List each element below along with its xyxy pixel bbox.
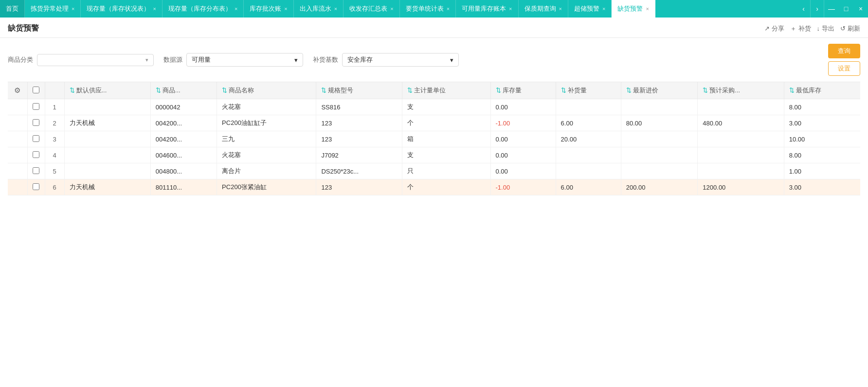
- th-gear[interactable]: ⚙: [8, 82, 27, 99]
- td-row-num-2: 3: [45, 131, 64, 147]
- td-spec-1: 123: [316, 115, 402, 131]
- tab-label-0: 首页: [6, 4, 18, 13]
- tab-item-8[interactable]: 可用量库存账本 ×: [456, 0, 518, 18]
- tab-item-11[interactable]: 缺货预警 ×: [612, 0, 655, 18]
- row-checkbox-5[interactable]: [33, 183, 39, 190]
- category-dropdown-icon: ▾: [145, 57, 148, 63]
- td-gear-2: [8, 131, 27, 147]
- td-est-purchase-2: [698, 131, 784, 147]
- tab-label-3: 现存量（库存分布表）: [168, 4, 232, 13]
- tab-item-9[interactable]: 保质期查询 ×: [519, 0, 568, 18]
- tab-minimize-btn[interactable]: —: [824, 0, 839, 18]
- tab-close-btn-7[interactable]: ×: [447, 6, 450, 12]
- td-checkbox-0[interactable]: [27, 99, 45, 115]
- replenish-base-dropdown-icon: ▾: [450, 56, 453, 64]
- row-checkbox-2[interactable]: [33, 135, 39, 142]
- td-est-purchase-0: [698, 99, 784, 115]
- tab-close-btn-8[interactable]: ×: [509, 6, 512, 12]
- refresh-button[interactable]: ↺ 刷新: [840, 24, 860, 33]
- td-min-stock-1: 3.00: [784, 115, 860, 131]
- tab-label-10: 超储预警: [574, 4, 599, 13]
- query-button[interactable]: 查询: [828, 44, 860, 58]
- tab-close-btn-2[interactable]: ×: [153, 6, 156, 12]
- export-icon: ↓: [817, 25, 820, 32]
- td-replenish-qty-0: [556, 99, 621, 115]
- td-supplier-1: 力天机械: [64, 115, 150, 131]
- gear-icon[interactable]: ⚙: [14, 86, 20, 94]
- page-title: 缺货预警: [8, 23, 764, 34]
- td-stock-1: -1.00: [490, 115, 556, 131]
- settings-button[interactable]: 设置: [828, 61, 860, 76]
- tab-restore-btn[interactable]: □: [839, 0, 853, 18]
- tab-item-2[interactable]: 现存量（库存状况表） ×: [81, 0, 162, 18]
- table-header-row: ⚙ ⇅默认供应... ⇅商品... ⇅商品名称: [8, 82, 860, 99]
- th-checkbox[interactable]: [27, 82, 45, 99]
- td-gear-1: [8, 115, 27, 131]
- tab-close-btn-10[interactable]: ×: [602, 6, 605, 12]
- tab-close-btn-5[interactable]: ×: [334, 6, 337, 12]
- tab-label-2: 现存量（库存状况表）: [87, 4, 150, 13]
- tab-next-btn[interactable]: ›: [811, 0, 824, 18]
- row-checkbox-4[interactable]: [33, 167, 39, 174]
- category-filter: 商品分类 ▾: [8, 54, 154, 66]
- tab-item-10[interactable]: 超储预警 ×: [568, 0, 612, 18]
- replenish-base-select[interactable]: 安全库存 ▾: [342, 53, 459, 67]
- td-checkbox-2[interactable]: [27, 131, 45, 147]
- tab-prev-btn[interactable]: ‹: [797, 0, 811, 18]
- td-latest-price-1: 80.00: [621, 115, 698, 131]
- tab-label-6: 收发存汇总表: [349, 4, 387, 13]
- td-gear-0: [8, 99, 27, 115]
- td-product-code-2: 004200...: [150, 131, 217, 147]
- replenish-button[interactable]: ＋ 补货: [790, 24, 811, 33]
- select-all-checkbox[interactable]: [33, 87, 39, 93]
- tab-item-4[interactable]: 库存批次账 ×: [244, 0, 293, 18]
- tab-close-btn-11[interactable]: ×: [646, 6, 649, 12]
- td-gear-5: [8, 179, 27, 195]
- td-replenish-qty-5: 6.00: [556, 179, 621, 195]
- td-stock-5: -1.00: [490, 179, 556, 195]
- table-row: 2力天机械004200...PC200油缸缸子123个-1.006.0080.0…: [8, 115, 860, 131]
- datasource-select[interactable]: 可用量 ▾: [186, 53, 303, 67]
- tab-close-btn-3[interactable]: ×: [235, 6, 237, 12]
- tab-close-btn-1[interactable]: ×: [72, 6, 74, 12]
- category-select[interactable]: ▾: [37, 54, 154, 66]
- replenish-base-label: 补货基数: [313, 55, 338, 64]
- th-stock: ⇅库存量: [490, 82, 556, 99]
- table-row: 3004200...三九123箱0.0020.0010.00: [8, 131, 860, 147]
- td-stock-4: 0.00: [490, 163, 556, 179]
- td-gear-4: [8, 163, 27, 179]
- table-row: 6力天机械801110...PC200张紧油缸123个-1.006.00200.…: [8, 179, 860, 195]
- td-checkbox-1[interactable]: [27, 115, 45, 131]
- td-replenish-qty-1: 6.00: [556, 115, 621, 131]
- td-product-name-4: 离合片: [217, 163, 316, 179]
- replenish-icon: ＋: [790, 24, 796, 33]
- row-checkbox-1[interactable]: [33, 119, 39, 126]
- tab-item-5[interactable]: 出入库流水 ×: [294, 0, 344, 18]
- td-product-name-1: PC200油缸缸子: [217, 115, 316, 131]
- tab-item-7[interactable]: 要货单统计表 ×: [400, 0, 456, 18]
- tab-item-3[interactable]: 现存量（库存分布表） ×: [163, 0, 244, 18]
- share-button[interactable]: ↗ 分享: [764, 24, 784, 33]
- tab-close-btn-9[interactable]: ×: [559, 6, 562, 12]
- sort-icon-min: ⇅: [789, 87, 795, 94]
- replenish-base-value: 安全库存: [347, 55, 450, 64]
- tab-item-1[interactable]: 拣货异常处理 ×: [25, 0, 81, 18]
- row-checkbox-3[interactable]: [33, 151, 39, 158]
- export-button[interactable]: ↓ 导出: [817, 24, 835, 33]
- row-checkbox-0[interactable]: [33, 103, 39, 110]
- td-checkbox-4[interactable]: [27, 163, 45, 179]
- tab-label-4: 库存批次账: [250, 4, 281, 13]
- td-checkbox-3[interactable]: [27, 147, 45, 163]
- td-checkbox-5[interactable]: [27, 179, 45, 195]
- tab-close-btn-4[interactable]: ×: [284, 6, 287, 12]
- tab-item-0[interactable]: 首页: [0, 0, 25, 18]
- tab-bar: 首页拣货异常处理 ×现存量（库存状况表） ×现存量（库存分布表） ×库存批次账 …: [0, 0, 868, 18]
- tab-item-6[interactable]: 收发存汇总表 ×: [344, 0, 399, 18]
- td-spec-3: J7092: [316, 147, 402, 163]
- sort-icon-est: ⇅: [703, 87, 708, 94]
- th-spec: ⇅规格型号: [316, 82, 402, 99]
- td-supplier-2: [64, 131, 150, 147]
- tab-close-btn-6[interactable]: ×: [390, 6, 393, 12]
- tab-close-all-btn[interactable]: ×: [853, 0, 868, 18]
- th-default-supplier: ⇅默认供应...: [64, 82, 150, 99]
